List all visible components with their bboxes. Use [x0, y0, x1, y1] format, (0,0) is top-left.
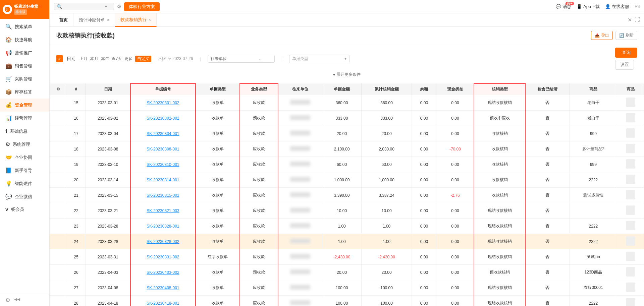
td-doc-amount: 1,000.00 [322, 172, 361, 188]
td-index: 18 [67, 141, 86, 157]
date-opt-this-month[interactable]: 本月 [90, 56, 98, 62]
td-doc-no[interactable]: SK-20230328-001 [130, 219, 196, 234]
tab-home[interactable]: 首页 [54, 13, 73, 27]
sidebar-item-quick-nav[interactable]: 🏠 快捷导航 [0, 33, 49, 46]
td-checkbox [50, 280, 67, 296]
sidebar-item-sales[interactable]: 💼 销售管理 [0, 59, 49, 72]
table-row[interactable]: 152023-03-01SK-20230301-002收款单应收款360.003… [50, 95, 644, 111]
table-row[interactable]: 282023-04-18SK-20230418-001收款单应收款100.001… [50, 296, 644, 306]
td-doc-no[interactable]: SK-20230310-001 [130, 157, 196, 172]
tab-collection-close[interactable]: × [149, 17, 151, 22]
filter-settings-button[interactable]: 设置 [615, 60, 634, 70]
tab-collection[interactable]: 收款核销执行 × [115, 13, 157, 27]
solution-button[interactable]: 体验行业方案 [124, 2, 160, 11]
counterparty-input[interactable] [211, 56, 258, 61]
tab-prepay[interactable]: 预计冲应付单 × [73, 13, 115, 27]
td-doc-amount: 3,390.00 [322, 188, 361, 203]
logo-icon: 6 [3, 5, 12, 14]
td-balance: 0.00 [412, 188, 436, 203]
sidebar-item-enterprise[interactable]: 🤝 企业协同 [0, 151, 49, 164]
td-cum-offset: 1.00 [361, 219, 412, 234]
tab-prepay-close[interactable]: × [107, 18, 109, 22]
table-row[interactable]: 202023-03-14SK-20230314-001收款单应收款1,000.0… [50, 172, 644, 188]
td-offset-type: 现结收款核销 [474, 296, 525, 306]
sidebar-item-system[interactable]: ⚙ 系统管理 [0, 138, 49, 151]
table-row[interactable]: 272023-04-08SK-20230408-001收款单应收款100.001… [50, 280, 644, 296]
sidebar-item-wechat[interactable]: 💬 企业微信 [0, 190, 49, 203]
table-row[interactable]: 222023-03-21SK-20230321-003收款单应收款10.0010… [50, 203, 644, 219]
date-custom-btn[interactable]: 自定义 [135, 56, 151, 62]
table-row[interactable]: 242023-03-28SK-20230328-002收款单应收款1.001.0… [50, 234, 644, 249]
td-doc-no[interactable]: SK-20230418-001 [130, 296, 196, 306]
td-doc-amount: 2,100.00 [322, 141, 361, 157]
table-row[interactable]: 162023-03-02SK-20230302-002收款单预收款333.003… [50, 111, 644, 126]
topbar-app[interactable]: 📱 App下载 [577, 4, 600, 10]
topbar-search-wrap[interactable]: 🔍 ▾ [54, 3, 114, 10]
tab-close-all-icon[interactable]: ✕ [628, 17, 632, 23]
sidebar-label-search: 搜索菜单 [15, 24, 32, 30]
td-doc-no[interactable]: SK-20230328-002 [130, 234, 196, 249]
date-opt-7days[interactable]: 近7天 [112, 56, 122, 62]
td-doc-type: 收款单 [196, 280, 240, 296]
td-include-settled: 否 [525, 172, 570, 188]
table-row[interactable]: 232023-03-28SK-20230328-001收款单应收款1.001.0… [50, 219, 644, 234]
date-opt-this-year[interactable]: 本年 [101, 56, 109, 62]
th-gear[interactable]: ⚙ [50, 83, 67, 95]
td-checkbox [50, 111, 67, 126]
td-biz-type: 应收款 [240, 249, 278, 265]
topbar-msg[interactable]: 💬 消息 99+ [556, 4, 571, 10]
td-doc-no[interactable]: SK-20230315-002 [130, 188, 196, 203]
date-opt-last-month[interactable]: 上月 [79, 56, 88, 62]
doc-type-select[interactable]: 单据类型 ▾ [289, 55, 350, 63]
td-doc-no[interactable]: SK-20230403-002 [130, 265, 196, 280]
table-row[interactable]: 182023-03-08SK-20230308-001收款单应收款2,100.0… [50, 141, 644, 157]
topbar-service[interactable]: 👤 在线客服 [605, 4, 629, 10]
filter-date-label: 日期 [67, 56, 75, 62]
td-balance: 0.00 [412, 203, 436, 219]
td-doc-no[interactable]: SK-20230302-002 [130, 111, 196, 126]
sidebar-item-inventory[interactable]: 📦 库存核算 [0, 85, 49, 99]
table-row[interactable]: 192023-03-10SK-20230310-001收款单应收款60.0060… [50, 157, 644, 172]
sidebar-item-search[interactable]: 🔍 搜索菜单 [0, 20, 49, 33]
table-row[interactable]: 172023-03-04SK-20230304-001收款单应收款20.0020… [50, 126, 644, 141]
td-date: 2023-03-15 [86, 188, 130, 203]
table-row[interactable]: 262023-04-03SK-20230403-002收款单预收款20.0020… [50, 265, 644, 280]
td-doc-type: 收款单 [196, 141, 240, 157]
sidebar-collapse-icon[interactable]: ◀◀ [14, 297, 20, 303]
sidebar-item-operations[interactable]: 📊 经营管理 [0, 112, 49, 125]
td-doc-type: 收款单 [196, 172, 240, 188]
refresh-button[interactable]: 🔄 刷新 [615, 31, 637, 40]
sidebar-item-guide[interactable]: 📘 新手引导 [0, 164, 49, 177]
td-doc-no[interactable]: SK-20230308-001 [130, 141, 196, 157]
sidebar-settings-icon[interactable]: ⚙ [5, 297, 10, 303]
date-opt-more[interactable]: 更多 [124, 56, 132, 62]
table-row[interactable]: 212023-03-15SK-20230315-002收款单应收款3,390.0… [50, 188, 644, 203]
td-doc-no[interactable]: SK-20230301-002 [130, 95, 196, 111]
td-doc-no[interactable]: SK-20230408-001 [130, 280, 196, 296]
filter-expand-button[interactable]: » [56, 55, 63, 62]
td-counterparty [278, 234, 322, 249]
query-button[interactable]: 查询 [615, 48, 637, 58]
counterparty-more-icon[interactable]: ··· [259, 56, 263, 61]
sidebar-item-member[interactable]: V 畅会员 [0, 203, 49, 216]
expand-more-button[interactable]: ▾ 展开更多条件 [333, 72, 361, 77]
sidebar-item-basic[interactable]: ℹ 基础信息 [0, 125, 49, 138]
member-icon: V [5, 207, 8, 212]
export-icon: 📤 [595, 33, 600, 38]
sidebar-item-hardware[interactable]: 💡 智能硬件 [0, 177, 49, 190]
td-doc-no[interactable]: SK-20230304-001 [130, 126, 196, 141]
tab-expand-icon[interactable]: ⛶ [635, 17, 640, 23]
sidebar-item-finance[interactable]: 💰 资金管理 [0, 99, 49, 112]
topbar-search-input[interactable] [63, 4, 104, 9]
sidebar-item-marketing[interactable]: 📢 营销推广 [0, 46, 49, 59]
export-button[interactable]: 📤 导出 [591, 31, 613, 40]
topbar-gear-icon[interactable]: ⚙ [117, 3, 121, 10]
counterparty-input-wrap[interactable]: ··· [208, 55, 275, 63]
sidebar-item-purchase[interactable]: 🛒 采购管理 [0, 72, 49, 85]
td-doc-no[interactable]: SK-20230331-002 [130, 249, 196, 265]
td-doc-no[interactable]: SK-20230321-003 [130, 203, 196, 219]
td-date: 2023-03-31 [86, 249, 130, 265]
table-row[interactable]: 252023-03-31SK-20230331-002红字收款单应收款-2,43… [50, 249, 644, 265]
sidebar-label-quick-nav: 快捷导航 [15, 37, 32, 43]
td-doc-no[interactable]: SK-20230314-001 [130, 172, 196, 188]
